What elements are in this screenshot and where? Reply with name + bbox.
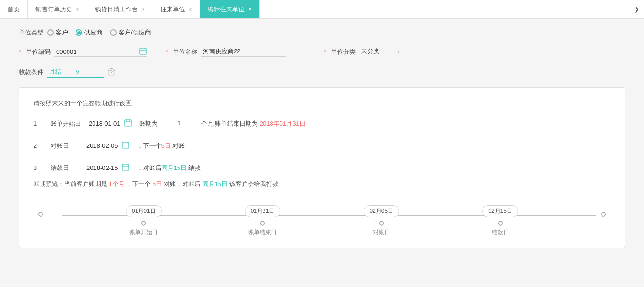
settings-card: 请按照未来的一个完整帐期进行设置 1 账单开始日 2018-01-01 账期为 … (19, 87, 625, 248)
timeline-nodes: 01月01日 账单开始日 01月31日 账单结束日 02月05日 对账日 (38, 205, 606, 236)
node-tag-start: 01月01日 (126, 205, 162, 217)
chevron-right-icon: ❯ (634, 6, 639, 13)
unit-type-radio-group: 客户 供应商 客户/供应商 (47, 28, 151, 37)
tab-partner-units[interactable]: 往来单位 × (153, 0, 200, 18)
node-sub-reconcile: 对账日 (373, 228, 390, 236)
payment-condition-label: 收款条件 (19, 68, 43, 76)
main-content: 单位类型 客户 供应商 客户/供应商 * 单位编码 (0, 19, 644, 287)
unit-type-label: 单位类型 (19, 28, 43, 37)
unit-name-field: * 单位名称 (166, 47, 286, 57)
chevron-down-icon: ∨ (397, 49, 428, 55)
tab-edit-partner[interactable]: 编辑往来单位 × (200, 0, 260, 18)
payment-highlight: 同月15日 (161, 164, 186, 171)
unit-type-row: 单位类型 客户 供应商 客户/供应商 (19, 28, 625, 37)
calendar-icon-1[interactable] (124, 119, 132, 128)
preview-text: 账期预览：当前客户账期是 1个月 ，下一个 5日 对账，对账后 同月15日 该客… (34, 180, 610, 188)
calendar-icon-3[interactable] (122, 163, 129, 172)
required-star-name: * (166, 48, 168, 55)
payment-suffix: ，对账后同月15日 结款 (137, 164, 201, 172)
radio-circle-supplier (76, 29, 82, 36)
radio-both[interactable]: 客户/供应商 (110, 28, 151, 37)
unit-info-row: * 单位编码 * 单位名称 * 单位分类 未分类 ∨ (19, 46, 625, 57)
reconcile-highlight: 5日 (161, 142, 171, 149)
node-sub-start: 账单开始日 (129, 228, 158, 236)
period-prefix-1: 账期为 (139, 119, 158, 128)
tab-edit-partner-label: 编辑往来单位 (208, 5, 245, 14)
tab-cash-work[interactable]: 钱货日清工作台 × (87, 0, 153, 18)
unit-class-select[interactable]: 未分类 ∨ (359, 46, 430, 57)
help-icon[interactable]: ? (108, 68, 115, 76)
radio-both-label: 客户/供应商 (119, 28, 151, 37)
timeline-wrap: 01月01日 账单开始日 01月31日 账单结束日 02月05日 对账日 (34, 205, 610, 236)
tab-partner-units-label: 往来单位 (161, 5, 185, 14)
unit-code-input[interactable] (54, 47, 137, 56)
svg-rect-8 (122, 142, 129, 148)
unit-name-input[interactable] (201, 47, 286, 57)
node-tag-reconcile: 02月05日 (364, 205, 400, 217)
close-icon[interactable]: × (189, 6, 192, 13)
radio-supplier[interactable]: 供应商 (76, 28, 102, 37)
unit-code-label: 单位编码 (26, 48, 51, 56)
radio-circle-both (110, 29, 117, 36)
step-label-3: 结款日 (51, 164, 79, 172)
unit-name-label: 单位名称 (173, 48, 197, 56)
tab-sales-history[interactable]: 销售订单历史 × (28, 0, 87, 18)
tab-sales-history-label: 销售订单历史 (35, 5, 72, 14)
period-suffix-1: 个月,账单结束日期为 2018年01月31日 (201, 119, 305, 128)
date-val-2: 2018-02-05 (86, 142, 118, 149)
timeline-node-end: 01月31日 账单结束日 (245, 205, 281, 236)
node-tag-end: 01月31日 (245, 205, 281, 217)
svg-rect-4 (125, 120, 131, 126)
date-wrap-1: 2018-01-01 (89, 119, 132, 128)
radio-customer[interactable]: 客户 (47, 28, 68, 37)
unit-class-label: 单位分类 (331, 48, 356, 56)
svg-rect-12 (122, 164, 129, 170)
preview-p1: 1个月 (109, 180, 125, 187)
node-sub-payment: 结款日 (492, 228, 509, 236)
reconcile-suffix: ，下一个5日 对账 (137, 142, 185, 150)
tab-home-label: 首页 (8, 5, 20, 14)
calendar-icon-2[interactable] (122, 141, 129, 150)
step-label-1: 账单开始日 (51, 119, 81, 128)
unit-class-value: 未分类 (361, 47, 393, 56)
calendar-icon[interactable] (139, 47, 147, 56)
end-date-highlight: 2018年01月31日 (260, 120, 305, 127)
tab-home[interactable]: 首页 (0, 0, 28, 18)
required-star-code: * (19, 48, 21, 55)
date-val-3: 2018-02-15 (86, 164, 118, 171)
tabs-bar: 首页 销售订单历史 × 钱货日清工作台 × 往来单位 × 编辑往来单位 × ❯ (0, 0, 644, 19)
timeline-start-endpoint (38, 212, 43, 217)
payment-condition-row: 收款条件 月结 ∨ ? (19, 67, 625, 78)
payment-chevron-down-icon: ∨ (76, 68, 102, 76)
period-input[interactable] (165, 119, 194, 127)
timeline-node-start: 01月01日 账单开始日 (126, 205, 162, 236)
payment-condition-value: 月结 (49, 68, 76, 76)
radio-circle-customer (47, 29, 54, 36)
timeline-node-reconcile: 02月05日 对账日 (364, 205, 400, 236)
date-wrap-3: 2018-02-15 (86, 163, 129, 172)
svg-rect-0 (140, 48, 146, 54)
date-wrap-2: 2018-02-05 (86, 141, 129, 150)
close-icon[interactable]: × (142, 6, 145, 13)
node-tag-payment: 02月15日 (482, 205, 518, 217)
settings-title: 请按照未来的一个完整帐期进行设置 (34, 99, 610, 108)
tabs-more-button[interactable]: ❯ (629, 6, 644, 13)
step-label-2: 对账日 (51, 142, 79, 150)
preview-label: 账期预览：当前客户账期是 (34, 180, 107, 187)
settings-row-1: 1 账单开始日 2018-01-01 账期为 个月,账单结束日期为 2018年0… (34, 119, 610, 128)
step-num-2: 2 (34, 142, 43, 149)
close-icon[interactable]: × (248, 6, 252, 13)
date-val-1: 2018-01-01 (89, 120, 120, 127)
tab-cash-work-label: 钱货日清工作台 (95, 5, 138, 14)
step-num-3: 3 (34, 164, 43, 171)
radio-customer-label: 客户 (56, 28, 68, 37)
unit-type-field: 单位类型 客户 供应商 客户/供应商 (19, 28, 151, 37)
payment-condition-select[interactable]: 月结 ∨ (47, 67, 104, 78)
unit-code-input-wrap (54, 47, 147, 57)
radio-supplier-label: 供应商 (84, 28, 102, 37)
settings-row-2: 2 对账日 2018-02-05 ，下一个5日 对账 (34, 141, 610, 150)
settings-row-3: 3 结款日 2018-02-15 ，对账后同月15日 结款 (34, 163, 610, 172)
unit-code-field: * 单位编码 (19, 47, 147, 57)
close-icon[interactable]: × (76, 6, 79, 13)
preview-p3: 同月15日 (203, 180, 228, 187)
